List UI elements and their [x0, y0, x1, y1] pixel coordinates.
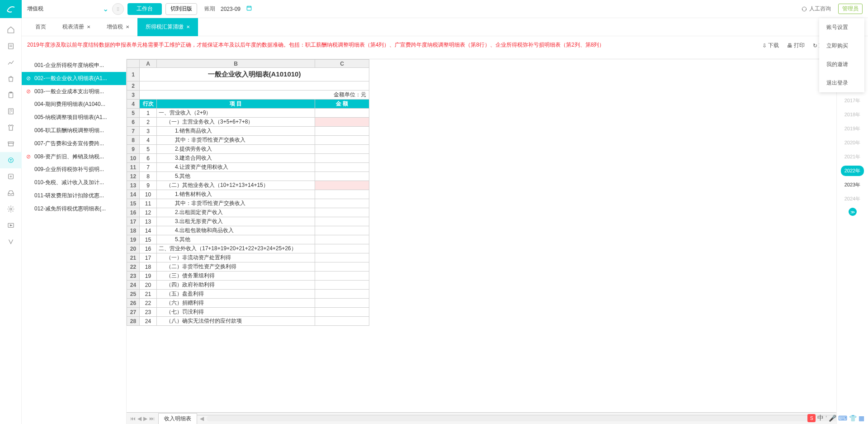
tab-close-icon[interactable]: ✕	[87, 24, 90, 29]
row-header[interactable]: 17	[127, 217, 140, 226]
form-item[interactable]: 007-广告费和业务宣传费跨...	[22, 137, 126, 150]
row-header[interactable]: 11	[127, 163, 140, 172]
amount-cell[interactable]	[315, 299, 369, 308]
amount-cell[interactable]	[315, 281, 369, 290]
amount-cell[interactable]	[315, 109, 369, 118]
tab-close-icon[interactable]: ✕	[126, 24, 129, 29]
nav-settings-icon[interactable]	[0, 201, 22, 217]
sheet-tab[interactable]: 收入明细表	[158, 413, 197, 424]
form-item[interactable]: 002-一般企业收入明细表(A1...	[22, 72, 126, 85]
nav-calc-icon[interactable]	[0, 103, 22, 119]
amount-cell[interactable]	[315, 145, 369, 154]
row-header[interactable]: 18	[127, 226, 140, 235]
spreadsheet[interactable]: ABC1一般企业收入明细表(A101010)23金额单位：元4行次项 目金 额5…	[127, 59, 868, 412]
tab-所得税汇算清缴[interactable]: 所得税汇算清缴✕	[137, 18, 198, 36]
ime-skin-icon[interactable]: 👕	[849, 414, 857, 422]
amount-cell[interactable]	[315, 118, 369, 127]
ime-toolbox-icon[interactable]: ▦	[859, 414, 864, 422]
row-header[interactable]: 28	[127, 317, 140, 326]
consult-link[interactable]: 人工咨询	[801, 5, 831, 13]
amount-cell[interactable]	[315, 154, 369, 163]
amount-cell[interactable]	[315, 199, 369, 208]
amount-cell[interactable]	[315, 208, 369, 217]
nav-v-icon[interactable]	[0, 233, 22, 250]
nav-tax-icon[interactable]	[0, 152, 22, 168]
year-item[interactable]: 2022年	[841, 166, 864, 176]
app-logo[interactable]	[0, 0, 22, 18]
form-item[interactable]: 008-资产折旧、摊销及纳税...	[22, 150, 126, 163]
nav-inbox-icon[interactable]	[0, 185, 22, 201]
amount-cell[interactable]	[315, 290, 369, 299]
row-header[interactable]: 25	[127, 290, 140, 299]
row-header[interactable]: 12	[127, 172, 140, 181]
row-header[interactable]: 19	[127, 235, 140, 244]
nav-shirt-icon[interactable]	[0, 119, 22, 136]
form-item[interactable]: 012-减免所得税优惠明细表(...	[22, 202, 126, 215]
year-item[interactable]: 2021年	[841, 152, 864, 162]
print-link[interactable]: 🖶 打印	[787, 42, 805, 49]
form-item[interactable]: 009-企业所得税弥补亏损明...	[22, 163, 126, 176]
amount-cell[interactable]	[315, 190, 369, 199]
switch-old-button[interactable]: 切到旧版	[165, 3, 197, 15]
col-header[interactable]: B	[157, 60, 315, 68]
calendar-icon[interactable]	[246, 5, 252, 13]
sheet-arrow-last-icon[interactable]: ⏭	[149, 415, 155, 422]
row-header[interactable]: 5	[127, 109, 140, 118]
amount-cell[interactable]	[315, 308, 369, 317]
tab-close-icon[interactable]: ✕	[186, 24, 190, 29]
row-header[interactable]: 15	[127, 199, 140, 208]
year-item[interactable]: 2017年	[841, 95, 864, 106]
nav-bag-icon[interactable]	[0, 71, 22, 87]
workspace-button[interactable]: 工作台	[127, 3, 162, 15]
row-header[interactable]: 16	[127, 208, 140, 217]
amount-cell[interactable]	[315, 226, 369, 235]
dropdown-item[interactable]: 退出登录	[819, 74, 864, 92]
sheet-arrow-prev-icon[interactable]: ◀	[137, 415, 142, 422]
amount-cell[interactable]	[315, 181, 369, 190]
row-header[interactable]: 8	[127, 136, 140, 145]
amount-cell[interactable]	[315, 217, 369, 226]
row-header[interactable]: 23	[127, 272, 140, 281]
breadcrumb-select[interactable]: 增值税 ⌄	[27, 5, 108, 13]
admin-button[interactable]: 管理员	[838, 4, 863, 14]
download-link[interactable]: ⇩ 下载	[762, 42, 779, 49]
nav-clipboard-icon[interactable]	[0, 87, 22, 103]
dropdown-item[interactable]: 立即购买	[819, 37, 864, 55]
dropdown-item[interactable]: 账号设置	[819, 18, 864, 37]
tab-增值税[interactable]: 增值税✕	[99, 18, 137, 36]
row-header[interactable]: 13	[127, 181, 140, 190]
amount-cell[interactable]	[315, 172, 369, 181]
amount-cell[interactable]	[315, 235, 369, 244]
form-item[interactable]: 011-研发费用加计扣除优惠...	[22, 189, 126, 202]
form-item[interactable]: 010-免税、减计收入及加计...	[22, 176, 126, 189]
row-header[interactable]: 20	[127, 244, 140, 253]
ime-language[interactable]: 中	[817, 414, 824, 422]
nav-home-icon[interactable]	[0, 22, 22, 38]
form-item[interactable]: 006-职工薪酬纳税调整明细...	[22, 124, 126, 137]
row-header[interactable]: 14	[127, 190, 140, 199]
tab-税表清册[interactable]: 税表清册✕	[54, 18, 99, 36]
row-header[interactable]: 26	[127, 299, 140, 308]
row-header[interactable]: 7	[127, 127, 140, 136]
year-more-icon[interactable]: ≫	[849, 208, 857, 216]
year-item[interactable]: 2020年	[841, 138, 864, 148]
hscroll-left-icon[interactable]: ◀	[200, 415, 204, 422]
tab-首页[interactable]: 首页	[27, 18, 54, 36]
sheet-arrow-next-icon[interactable]: ▶	[143, 415, 147, 422]
form-item[interactable]: 003-一般企业成本支出明细...	[22, 85, 126, 98]
amount-cell[interactable]	[315, 127, 369, 136]
ime-punct-icon[interactable]: '	[826, 414, 827, 422]
row-header[interactable]: 10	[127, 154, 140, 163]
sheet-arrow-first-icon[interactable]: ⏮	[130, 415, 136, 422]
form-item[interactable]: 004-期间费用明细表(A1040...	[22, 98, 126, 111]
row-header[interactable]: 6	[127, 118, 140, 127]
ime-mic-icon[interactable]: 🎤	[829, 414, 836, 422]
amount-cell[interactable]	[315, 272, 369, 281]
year-item[interactable]: 2018年	[841, 110, 864, 120]
nav-transfer-icon[interactable]	[0, 168, 22, 185]
row-header[interactable]: 27	[127, 308, 140, 317]
amount-cell[interactable]	[315, 317, 369, 326]
amount-cell[interactable]	[315, 163, 369, 172]
hscroll-track[interactable]	[207, 416, 859, 421]
col-header[interactable]: C	[315, 60, 369, 68]
